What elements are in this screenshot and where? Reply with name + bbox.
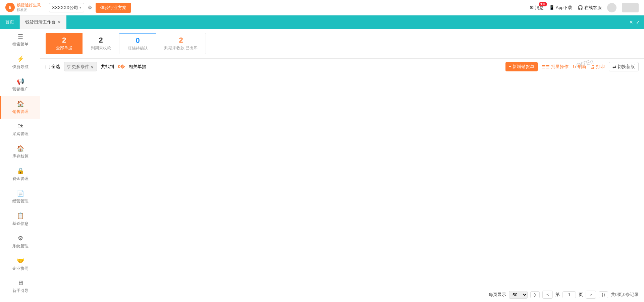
filter-button[interactable]: ▽ 更多条件 ∨ <box>64 62 97 71</box>
top-bar-right: ✉ 消息 99+ 📱 App下载 🎧 在线客服 <box>530 3 639 12</box>
company-name: XXXXXX公司 <box>52 5 78 11</box>
sidebar-item-partner[interactable]: 🤝 企业协同 <box>0 253 40 276</box>
print-button[interactable]: 🖨 打印 <box>590 64 605 70</box>
logo-area: 6 畅捷通好生意 标准版 <box>5 3 46 12</box>
sidebar-item-shortcut[interactable]: ⚡ 快捷导航 <box>0 51 40 74</box>
page-suffix: 页 <box>579 292 583 298</box>
stat-pending-label: 旺辅待确认 <box>128 46 148 51</box>
sidebar-item-operations[interactable]: 📄 经营管理 <box>0 186 40 208</box>
app-icon: 📱 <box>549 5 554 10</box>
sidebar-item-finance[interactable]: 🔒 资金管理 <box>0 163 40 186</box>
search-icon: ☰ <box>18 33 23 40</box>
system-icon: ⚙ <box>18 235 23 242</box>
toolbar-right: + 新增销货单 ☰☰ 批量操作 ↻ 刷新 🖨 打印 ⇄ 切换新版 <box>505 62 639 71</box>
company-selector[interactable]: XXXXXX公司 ▾ <box>49 3 84 12</box>
stat-tab-all[interactable]: 2 全部单据 <box>46 33 83 54</box>
guide-icon: 🖥 <box>17 280 23 287</box>
found-count: 0条 <box>118 64 125 70</box>
stat-overdue-label: 到期未收款 <box>91 45 111 51</box>
tab-close-btn[interactable]: ✕ <box>629 19 633 25</box>
select-all-label: 全选 <box>51 64 60 70</box>
found-text: 共找到 <box>101 64 114 70</box>
sidebar-item-base[interactable]: 📋 基础信息 <box>0 208 40 231</box>
sidebar-item-purchase[interactable]: 🛍 采购管理 <box>0 119 40 141</box>
headset-icon: 🎧 <box>578 5 583 10</box>
chevron-down-icon: ▾ <box>79 6 81 9</box>
stat-all-number: 2 <box>62 36 66 45</box>
batch-operation-btn[interactable]: ☰☰ 批量操作 <box>542 64 569 70</box>
sidebar-item-sales[interactable]: 🏠 销售管理 <box>0 96 40 119</box>
logo-icon: 6 <box>5 3 15 12</box>
tab-close-icon[interactable]: ✕ <box>58 20 61 24</box>
batch-icon: ☰☰ <box>542 64 550 69</box>
messages-badge: 99+ <box>539 2 547 6</box>
top-bar: 6 畅捷通好生意 标准版 XXXXXX公司 ▾ ⚙ 体验行业方案 ✉ 消息 99… <box>0 0 644 15</box>
page-total: 共0页,0条记录 <box>611 292 639 298</box>
first-page-button[interactable]: ⟨⟨ <box>530 291 540 298</box>
table-area <box>40 75 644 287</box>
stat-tab-overdue[interactable]: 2 到期未收款 <box>83 33 119 54</box>
per-page-select[interactable]: 50 100 <box>509 291 528 299</box>
content-area: 2 全部单据 2 到期未收款 0 旺辅待确认 2 到期未收款 已出库 全选 <box>40 29 644 302</box>
tab-navigation: 首页 钱货日清工作台 ✕ ✕ ⤢ <box>0 15 644 29</box>
stat-tab-pending[interactable]: 0 旺辅待确认 <box>119 33 156 54</box>
refresh-icon: ↻ <box>573 64 576 69</box>
trial-button[interactable]: 体验行业方案 <box>96 3 131 13</box>
page-number-input[interactable] <box>562 291 576 298</box>
select-all-checkbox[interactable]: 全选 <box>46 64 60 70</box>
switch-version-button[interactable]: ⇄ 切换新版 <box>609 62 639 71</box>
sidebar-item-inventory[interactable]: 🏠 库存核算 <box>0 141 40 163</box>
pagination: 每页显示 50 100 ⟨⟨ ＜ 第 页 ＞ ⟩⟩ 共0页,0条记录 <box>40 287 644 302</box>
sidebar-item-system[interactable]: ⚙ 系统管理 <box>0 231 40 253</box>
partner-icon: 🤝 <box>17 257 24 264</box>
tab-expand-btn[interactable]: ⤢ <box>636 19 640 25</box>
sidebar: ☰ 搜索菜单 ⚡ 快捷导航 📢 营销推广 🏠 销售管理 🛍 采购管理 🏠 库存核… <box>0 29 40 302</box>
inventory-icon: 🏠 <box>17 145 24 152</box>
finance-icon: 🔒 <box>17 167 24 175</box>
operations-icon: 📄 <box>17 190 24 197</box>
per-page-label: 每页显示 <box>489 292 506 298</box>
sales-icon: 🏠 <box>17 100 24 108</box>
top-bar-left: 6 畅捷通好生意 标准版 XXXXXX公司 ▾ ⚙ 体验行业方案 <box>5 3 131 13</box>
base-icon: 📋 <box>17 212 24 220</box>
stat-pending-number: 0 <box>136 36 140 45</box>
sidebar-item-marketing[interactable]: 📢 营销推广 <box>0 74 40 96</box>
settings-icon[interactable]: ⚙ <box>88 4 92 11</box>
stat-shipped-label: 到期未收款 已出库 <box>164 45 198 51</box>
avatar[interactable] <box>607 3 616 12</box>
user-name-area[interactable] <box>622 3 639 12</box>
prev-page-button[interactable]: ＜ <box>542 291 553 299</box>
sidebar-item-guide[interactable]: 🖥 新手引导 <box>0 276 40 298</box>
last-page-button[interactable]: ⟩⟩ <box>599 291 608 298</box>
stats-tabs: 2 全部单据 2 到期未收款 0 旺辅待确认 2 到期未收款 已出库 <box>40 29 644 59</box>
related-text: 相关单据 <box>129 64 146 70</box>
sidebar-item-apps[interactable]: 🛒 应用中心 <box>0 298 40 302</box>
stat-shipped-number: 2 <box>179 36 183 45</box>
shortcut-icon: ⚡ <box>17 55 24 63</box>
tab-home[interactable]: 首页 <box>0 15 20 29</box>
add-sale-order-button[interactable]: + 新增销货单 <box>505 62 538 71</box>
marketing-icon: 📢 <box>17 78 24 85</box>
online-service-nav[interactable]: 🎧 在线客服 <box>578 5 602 11</box>
select-all-input[interactable] <box>46 65 50 69</box>
tab-controls: ✕ ⤢ <box>625 19 644 25</box>
stat-overdue-number: 2 <box>99 36 103 45</box>
refresh-button[interactable]: ↻ 刷新 <box>573 64 586 70</box>
stat-all-label: 全部单据 <box>56 45 72 51</box>
messages-nav[interactable]: ✉ 消息 99+ <box>530 5 544 11</box>
toolbar: 全选 ▽ 更多条件 ∨ 共找到 0条 相关单据 + 新增销货单 ☰☰ 批量操作 … <box>40 59 644 75</box>
switch-icon: ⇄ <box>612 64 616 69</box>
sidebar-item-search[interactable]: ☰ 搜索菜单 <box>0 29 40 51</box>
app-download-nav[interactable]: 📱 App下载 <box>549 5 572 11</box>
tab-workbench[interactable]: 钱货日清工作台 ✕ <box>20 15 66 29</box>
filter-icon: ▽ <box>67 64 70 69</box>
message-icon: ✉ <box>530 5 534 10</box>
next-page-button[interactable]: ＞ <box>586 291 596 299</box>
print-icon: 🖨 <box>590 64 595 69</box>
main-layout: ☰ 搜索菜单 ⚡ 快捷导航 📢 营销推广 🏠 销售管理 🛍 采购管理 🏠 库存核… <box>0 29 644 302</box>
page-label: 第 <box>555 292 560 298</box>
stat-tab-shipped[interactable]: 2 到期未收款 已出库 <box>156 33 206 54</box>
logo-text: 畅捷通好生意 <box>17 3 41 7</box>
logo-sub: 标准版 <box>17 8 41 12</box>
purchase-icon: 🛍 <box>17 123 23 130</box>
